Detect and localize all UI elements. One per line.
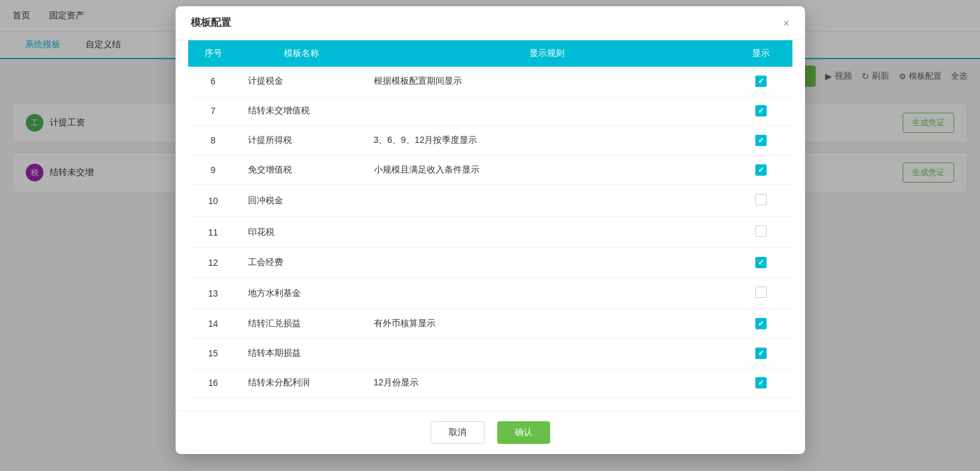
dialog-footer: 取消 确认: [176, 411, 805, 454]
cell-rule-1: [364, 96, 729, 126]
checkbox-4[interactable]: [755, 194, 767, 205]
table-header: 序号 模板名称 显示规则 显示: [188, 40, 792, 67]
checkbox-6[interactable]: [755, 257, 767, 268]
checkbox-3[interactable]: [755, 164, 767, 176]
cell-check-3: [729, 156, 792, 185]
cell-rule-5: [364, 217, 729, 248]
cell-check-10: [729, 368, 792, 398]
cell-name-1: 结转未交增值税: [239, 96, 364, 126]
cell-id-10: 16: [188, 368, 239, 398]
cell-id-7: 13: [188, 278, 239, 309]
table-row: 16结转未分配利润12月份显示: [188, 368, 792, 398]
modal-overlay: 模板配置 × 序号 模板名称 显示规则 显示 6计提税金根据模板配置期间显示7结…: [0, 0, 980, 471]
table-body: 6计提税金根据模板配置期间显示7结转未交增值税8计提所得税3、6、9、12月按季…: [188, 67, 792, 398]
checkbox-2[interactable]: [755, 135, 767, 146]
checkbox-1[interactable]: [755, 105, 767, 116]
table-row: 9免交增值税小规模且满足收入条件显示: [188, 156, 792, 185]
cell-rule-4: [364, 185, 729, 217]
table-row: 12工会经费: [188, 248, 792, 278]
col-header-show: 显示: [729, 40, 792, 67]
close-button[interactable]: ×: [783, 18, 790, 29]
checkbox-10[interactable]: [755, 377, 767, 389]
dialog-header: 模板配置 ×: [176, 6, 805, 40]
template-config-dialog: 模板配置 × 序号 模板名称 显示规则 显示 6计提税金根据模板配置期间显示7结…: [176, 6, 805, 454]
cancel-button[interactable]: 取消: [431, 421, 485, 444]
cell-check-6: [729, 248, 792, 278]
cell-id-4: 10: [188, 185, 239, 217]
cell-check-9: [729, 339, 792, 368]
col-header-name: 模板名称: [239, 40, 364, 67]
cell-check-8: [729, 309, 792, 339]
confirm-button[interactable]: 确认: [497, 421, 550, 444]
dialog-body: 序号 模板名称 显示规则 显示 6计提税金根据模板配置期间显示7结转未交增值税8…: [176, 40, 805, 411]
table-row: 11印花税: [188, 217, 792, 248]
cell-id-3: 9: [188, 156, 239, 185]
cell-name-3: 免交增值税: [239, 156, 364, 185]
table-row: 14结转汇兑损益有外币核算显示: [188, 309, 792, 339]
checkbox-8[interactable]: [755, 318, 767, 329]
table-row: 8计提所得税3、6、9、12月按季度显示: [188, 126, 792, 156]
cell-name-7: 地方水利基金: [239, 278, 364, 309]
cell-check-1: [729, 96, 792, 126]
checkbox-7[interactable]: [755, 287, 767, 298]
cell-rule-8: 有外币核算显示: [364, 309, 729, 339]
checkbox-0[interactable]: [755, 76, 767, 87]
cell-id-9: 15: [188, 339, 239, 368]
cell-id-2: 8: [188, 126, 239, 156]
cell-name-8: 结转汇兑损益: [239, 309, 364, 339]
col-header-rule: 显示规则: [364, 40, 729, 67]
cell-id-6: 12: [188, 248, 239, 278]
cell-check-5: [729, 217, 792, 248]
cell-id-0: 6: [188, 67, 239, 96]
cell-rule-6: [364, 248, 729, 278]
cell-rule-0: 根据模板配置期间显示: [364, 67, 729, 96]
table-row: 13地方水利基金: [188, 278, 792, 309]
cell-id-1: 7: [188, 96, 239, 126]
cell-id-5: 11: [188, 217, 239, 248]
cell-name-9: 结转本期损益: [239, 339, 364, 368]
cell-rule-3: 小规模且满足收入条件显示: [364, 156, 729, 185]
cell-name-0: 计提税金: [239, 67, 364, 96]
cell-name-5: 印花税: [239, 217, 364, 248]
cell-name-4: 回冲税金: [239, 185, 364, 217]
cell-rule-10: 12月份显示: [364, 368, 729, 398]
table-row: 7结转未交增值税: [188, 96, 792, 126]
checkbox-5[interactable]: [755, 225, 767, 237]
cell-rule-9: [364, 339, 729, 368]
cell-id-8: 14: [188, 309, 239, 339]
cell-name-6: 工会经费: [239, 248, 364, 278]
cell-check-4: [729, 185, 792, 217]
table-row: 10回冲税金: [188, 185, 792, 217]
cell-check-2: [729, 126, 792, 156]
checkbox-9[interactable]: [755, 348, 767, 359]
config-table: 序号 模板名称 显示规则 显示 6计提税金根据模板配置期间显示7结转未交增值税8…: [188, 40, 792, 398]
cell-name-2: 计提所得税: [239, 126, 364, 156]
cell-check-7: [729, 278, 792, 309]
dialog-title: 模板配置: [191, 16, 231, 30]
table-row: 15结转本期损益: [188, 339, 792, 368]
table-row: 6计提税金根据模板配置期间显示: [188, 67, 792, 96]
cell-rule-2: 3、6、9、12月按季度显示: [364, 126, 729, 156]
cell-rule-7: [364, 278, 729, 309]
cell-check-0: [729, 67, 792, 96]
cell-name-10: 结转未分配利润: [239, 368, 364, 398]
col-header-id: 序号: [188, 40, 239, 67]
